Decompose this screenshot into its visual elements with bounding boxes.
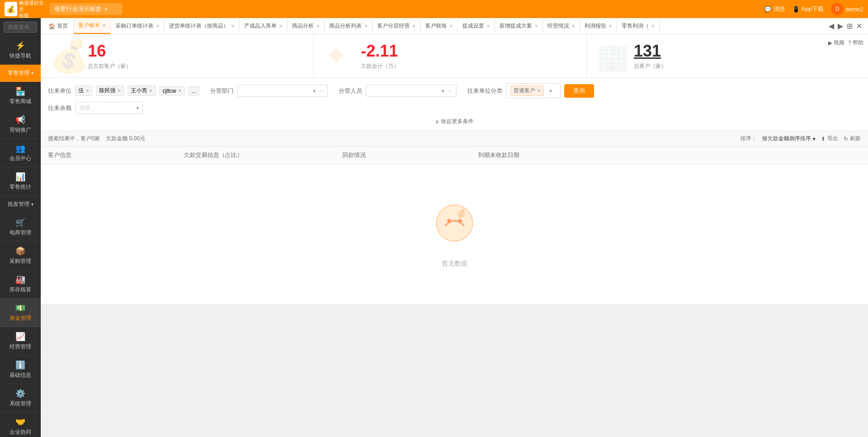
person-select-arrow: ▾	[441, 88, 444, 94]
tab-close-product-analysis-list[interactable]: ✕	[364, 24, 368, 28]
search-menu-input[interactable]	[4, 22, 37, 33]
sidebar-item-finance[interactable]: 💵 资金管理	[0, 299, 41, 327]
filter-tag-cjttcw-close[interactable]: ✕	[178, 88, 182, 93]
person-select[interactable]: ▾ ···	[366, 85, 456, 97]
filter-tag-chen-close[interactable]: ✕	[117, 88, 121, 93]
table-col-collection: 回款情况	[342, 151, 478, 159]
video-btn[interactable]: ▶ 视频	[828, 39, 844, 47]
filter-tag-wu: 伍 ✕	[75, 86, 92, 96]
sidebar-item-quick-nav[interactable]: ⚡ 快捷导航	[0, 36, 41, 65]
sidebar-item-retail-stats[interactable]: 📊 零售统计	[0, 167, 41, 196]
balance-select[interactable]: 选择... ▾	[75, 102, 143, 114]
basic-info-icon: ℹ️	[15, 360, 25, 370]
tab-close-retail-profit[interactable]: ✕	[651, 24, 655, 28]
tab-close-purchase-order-stats[interactable]: ✕	[156, 24, 159, 28]
tab-close-customer-contact[interactable]: ✕	[449, 24, 453, 28]
tab-next-button[interactable]: ▶	[838, 22, 843, 30]
filter-tag-wang: 王小亮 ✕	[128, 86, 156, 96]
help-btn[interactable]: ? 帮助	[848, 39, 863, 47]
retail-mall-icon: 🏪	[15, 86, 25, 96]
tab-inbound-stats[interactable]: 进货单统计表（按商品） ✕	[164, 19, 240, 34]
balance-select-arrow: ▾	[136, 105, 139, 111]
unit-class-select-arrow: ▾	[549, 88, 552, 94]
sidebar-item-batch-mgmt[interactable]: 批发管理 ▾	[0, 196, 41, 213]
empty-state: 暂无数据	[41, 164, 868, 304]
sidebar-item-purchase[interactable]: 📦 采购管理	[0, 242, 41, 270]
company-selector[interactable]: 母婴行业演示账套 ▾	[50, 3, 122, 15]
marketing-icon: 📢	[15, 115, 25, 125]
sidebar-item-operations[interactable]: 📈 经营管理	[0, 327, 41, 356]
member-icon: 👥	[15, 143, 25, 153]
download-icon: 📱	[792, 6, 800, 13]
message-icon: 💬	[764, 6, 772, 13]
sidebar-item-member[interactable]: 👥 会员中心	[0, 139, 41, 167]
tab-close-inbound-stats[interactable]: ✕	[231, 24, 235, 28]
tab-retail-profit[interactable]: 零售利润（ ✕	[617, 19, 660, 34]
tab-customer-contact[interactable]: 客户联络 ✕	[421, 19, 458, 34]
sidebar-item-basic-info[interactable]: ℹ️ 基础信息	[0, 356, 41, 384]
sidebar-item-retail-mall[interactable]: 🏪 零售商城	[0, 82, 41, 110]
tab-add-commission[interactable]: 新增提成方案 ✕	[495, 19, 543, 34]
sort-select[interactable]: 按欠款金额倒序排序 ▾	[762, 135, 815, 142]
user-avatar: D	[831, 3, 844, 15]
tab-close-customer-ledger[interactable]: ✕	[102, 23, 106, 28]
top-bar-right: 💬 消息 📱 App下载 D demo2	[764, 3, 863, 15]
unit-class-tag-close[interactable]: ✕	[537, 88, 541, 93]
tab-purchase-order-stats[interactable]: 采购订单统计表 ✕	[111, 19, 164, 34]
home-icon: 🏠	[48, 23, 55, 29]
tab-close-all-button[interactable]: ✕	[856, 22, 862, 30]
sidebar-item-ecommerce[interactable]: 🛒 电商管理	[0, 213, 41, 242]
tab-close-operations-status[interactable]: ✕	[571, 24, 575, 28]
filter-row-1: 往来单位 伍 ✕ 陈民强 ✕ 王小亮 ✕	[48, 83, 861, 98]
purchase-icon: 📦	[15, 246, 25, 256]
user-area[interactable]: D demo2	[831, 3, 863, 15]
tab-close-customer-tier[interactable]: ✕	[412, 24, 416, 28]
tab-close-profit-report[interactable]: ✕	[609, 24, 612, 28]
sidebar-item-marketing[interactable]: 📢 营销推广	[0, 110, 41, 139]
tab-product-analysis-list[interactable]: 商品分析列表 ✕	[325, 19, 373, 34]
tab-commission-settings[interactable]: 提成设置 ✕	[458, 19, 495, 34]
svg-point-2	[458, 219, 462, 223]
export-button[interactable]: ⬆ 导出	[821, 135, 838, 142]
filter-tag-wang-close[interactable]: ✕	[149, 88, 153, 93]
tab-prev-button[interactable]: ◀	[829, 22, 834, 30]
tab-production-inbound[interactable]: 产成品入库单 ✕	[240, 19, 288, 34]
tab-customer-tier[interactable]: 客户分层经营 ✕	[373, 19, 421, 34]
dept-select[interactable]: ▾ ···	[237, 85, 328, 97]
unit-class-filter-label: 往来单位分类	[467, 87, 503, 95]
results-summary: 搜索结果中，客户0家 欠款金额 0.00元	[48, 135, 145, 142]
refresh-button[interactable]: ↻ 刷新	[844, 135, 861, 142]
tab-close-add-commission[interactable]: ✕	[534, 24, 538, 28]
tab-operations-status[interactable]: 经营情况 ✕	[543, 19, 580, 34]
tab-close-commission-settings[interactable]: ✕	[486, 24, 490, 28]
sidebar-item-system[interactable]: ⚙️ 系统管理	[0, 384, 41, 413]
query-button[interactable]: 查询	[564, 84, 594, 98]
collapse-filters-button[interactable]: ∧ 收起更多条件	[48, 118, 861, 125]
logo-area: 💰 畅捷通好生意 标版	[5, 0, 45, 19]
tab-profit-report[interactable]: 利润报告 ✕	[580, 19, 617, 34]
sidebar-item-inventory[interactable]: 🏭 库存核算	[0, 270, 41, 299]
tab-product-analysis[interactable]: 商品分析 ✕	[288, 19, 325, 34]
stat-overdue-amount-label: 欠款合计（万）	[361, 62, 399, 70]
unit-class-select[interactable]: 普通客户 ✕ ▾	[506, 83, 561, 98]
filter-tag-more[interactable]: ...	[188, 86, 199, 95]
app-download-button[interactable]: 📱 App下载	[792, 5, 824, 13]
stat-card-overdue-amount: ✦ -2.11 欠款合计（万）	[314, 34, 587, 77]
tab-expand-button[interactable]: ⊞	[847, 22, 853, 30]
stat-overdue-customers-label: 总欠款客户（家）	[88, 62, 131, 70]
message-button[interactable]: 💬 消息	[764, 5, 785, 13]
tab-home[interactable]: 🏠 首页	[43, 19, 74, 34]
tab-close-product-analysis[interactable]: ✕	[316, 24, 320, 28]
sidebar-item-retail-mgmt[interactable]: 零售管理 ▾	[0, 65, 41, 82]
tab-close-production-inbound[interactable]: ✕	[279, 24, 283, 28]
quick-nav-icon: ⚡	[15, 41, 25, 51]
help-icon: ?	[848, 40, 851, 46]
sidebar-item-enterprise[interactable]: 🤝 企业协同	[0, 413, 41, 437]
system-icon: ⚙️	[15, 389, 25, 399]
tab-customer-ledger[interactable]: 客户账本 ✕	[74, 19, 111, 34]
sidebar-search-area	[0, 18, 41, 36]
sidebar: ⚡ 快捷导航 零售管理 ▾ 🏪 零售商城 📢 营销推广 👥 会员中心 📊 零	[0, 18, 41, 437]
empty-text: 暂无数据	[442, 260, 467, 268]
filter-tag-wu-close[interactable]: ✕	[86, 88, 89, 93]
video-help-area: ▶ 视频 ? 帮助	[828, 39, 863, 47]
